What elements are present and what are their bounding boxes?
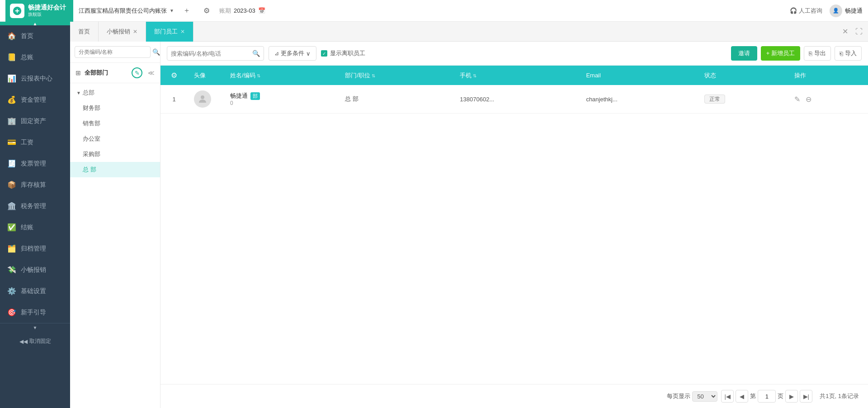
sidebar-item-inventory[interactable]: 📦 库存核算	[0, 174, 70, 195]
user-name: 畅捷通	[845, 7, 863, 15]
funds-icon: 💰	[7, 95, 16, 104]
user-info[interactable]: 👤 畅捷通	[830, 5, 863, 17]
sidebar-item-assets[interactable]: 🏢 固定资产	[0, 110, 70, 132]
account-period-label: 账期	[219, 7, 231, 15]
close-tab-icon[interactable]: ✕	[840, 25, 850, 38]
logo-icon	[10, 4, 24, 18]
sidebar-item-closing[interactable]: ✅ 结账	[0, 217, 70, 238]
row-email-cell: chanjethkj...	[580, 85, 698, 114]
import-icon: ⎗	[840, 50, 843, 57]
sidebar-item-invoice[interactable]: 🧾 发票管理	[0, 153, 70, 174]
row-name-cell: 畅捷通 部 0	[224, 85, 339, 114]
tab-expense-close-icon[interactable]: ✕	[133, 28, 137, 35]
help-button[interactable]: 🎧 人工咨询	[790, 7, 822, 15]
more-filter-button[interactable]: ⊿ 更多条件 ∨	[269, 46, 316, 61]
table-settings-icon[interactable]: ⚙	[171, 71, 177, 79]
dept-item-general[interactable]: 总 部	[70, 162, 160, 177]
top-right: 🎧 人工咨询 👤 畅捷通	[790, 5, 863, 17]
sidebar-item-ledger[interactable]: 📒 总账	[0, 47, 70, 68]
row-avatar-cell	[188, 85, 224, 114]
sidebar-scroll-up[interactable]: ▲	[0, 22, 70, 25]
dept-search-icon[interactable]: 🔍	[152, 48, 160, 56]
sidebar-item-label: 税务管理	[21, 202, 46, 210]
sidebar-item-salary[interactable]: 💳 工资	[0, 132, 70, 153]
name-code-block: 畅捷通 部 0	[230, 92, 260, 106]
action-buttons: ✎ ⊖	[794, 95, 862, 104]
sidebar-item-funds[interactable]: 💰 资金管理	[0, 89, 70, 110]
page-number-input[interactable]	[758, 390, 776, 403]
employee-search-icon[interactable]: 🔍	[249, 50, 264, 57]
page-nav: |◀ ◀ 第 页 ▶ ▶|	[721, 390, 812, 403]
per-page-select[interactable]: 50 20 100	[692, 391, 717, 402]
sidebar-item-label: 库存核算	[21, 181, 46, 189]
check-icon: ✓	[322, 51, 326, 56]
sidebar-item-label: 云报表中心	[21, 75, 52, 83]
sort-dept-icon[interactable]: ⇅	[372, 73, 375, 78]
help-label: 人工咨询	[799, 7, 822, 15]
dept-edit-button[interactable]: ✎	[132, 67, 142, 78]
add-company-button[interactable]: ＋	[179, 4, 194, 18]
sidebar-item-label: 发票管理	[21, 160, 46, 168]
inventory-icon: 📦	[7, 180, 16, 189]
sidebar-item-settings[interactable]: ⚙️ 基础设置	[0, 280, 70, 302]
dept-item-purchase[interactable]: 采购部	[70, 147, 160, 162]
last-page-button[interactable]: ▶|	[800, 390, 812, 403]
dept-item-office[interactable]: 办公室	[70, 131, 160, 147]
expand-arrow-icon: ▼	[76, 90, 81, 95]
sidebar-item-archive[interactable]: 🗂️ 归档管理	[0, 238, 70, 259]
logout-icon[interactable]: ⊖	[806, 95, 811, 104]
import-button[interactable]: ⎗ 导入	[835, 46, 862, 61]
all-dept-label: 全部部门	[85, 69, 108, 77]
scroll-down-icon[interactable]: ▼	[33, 325, 38, 330]
tab-employees-label: 部门员工	[154, 28, 178, 36]
employee-email: chanjethkj...	[586, 96, 617, 103]
sidebar-item-guide[interactable]: 🎯 新手引导	[0, 302, 70, 323]
employee-avatar	[194, 90, 211, 108]
sidebar-item-label: 工资	[21, 138, 33, 147]
settings-icon[interactable]: ⚙	[199, 4, 214, 18]
expense-icon: 💸	[7, 266, 16, 274]
invite-button[interactable]: 邀请	[731, 46, 757, 61]
dept-item-sales[interactable]: 销售部	[70, 116, 160, 131]
tab-expense-label: 小畅报销	[107, 28, 130, 36]
show-resigned-checkbox-label[interactable]: ✓ 显示离职员工	[321, 49, 365, 57]
ledger-icon: 📒	[7, 53, 16, 62]
sort-name-icon[interactable]: ⇅	[257, 73, 260, 78]
sidebar-item-reports[interactable]: 📊 云报表中心	[0, 68, 70, 89]
tab-expense[interactable]: 小畅报销 ✕	[99, 22, 146, 42]
employee-search-input[interactable]	[167, 50, 249, 57]
name-row: 畅捷通 部	[230, 92, 260, 100]
sidebar-item-tax[interactable]: 🏛️ 税务管理	[0, 195, 70, 217]
sort-phone-icon[interactable]: ⇅	[473, 73, 476, 78]
dept-tree: ▼ 总部 财务部 销售部 办公室 采购部 总 部	[70, 83, 160, 179]
tab-employees-close-icon[interactable]: ✕	[180, 28, 185, 35]
next-page-button[interactable]: ▶	[785, 390, 798, 403]
employee-code: 0	[230, 100, 260, 106]
maximize-icon[interactable]: ⛶	[854, 26, 864, 38]
add-employee-button[interactable]: + 新增员工	[761, 46, 800, 61]
company-selector[interactable]: 江西服宝精品有限责任公司内账张 ▼	[79, 7, 174, 15]
show-resigned-checkbox[interactable]: ✓	[321, 50, 327, 57]
prev-page-button[interactable]: ◀	[736, 390, 748, 403]
cancel-fixed-button[interactable]: ◀◀ 取消固定	[0, 332, 70, 351]
first-page-button[interactable]: |◀	[721, 390, 734, 403]
sidebar-item-home[interactable]: 🏠 首页	[0, 25, 70, 47]
sidebar-item-expense[interactable]: 💸 小畅报销	[0, 259, 70, 280]
export-button[interactable]: ⎘ 导出	[804, 46, 831, 61]
user-avatar: 👤	[830, 5, 842, 17]
page-label: 页	[778, 392, 783, 400]
sidebar-item-label: 总账	[21, 53, 33, 62]
dept-search-input[interactable]	[75, 46, 151, 58]
employee-name: 畅捷通	[230, 92, 248, 100]
dept-item-finance[interactable]: 财务部	[70, 100, 160, 116]
calendar-icon[interactable]: 📅	[258, 7, 265, 14]
closing-icon: ✅	[7, 223, 16, 232]
dept-group-total: ▼ 总部	[70, 85, 160, 100]
dept-collapse-icon[interactable]: ≪	[148, 69, 155, 76]
tab-home[interactable]: 首页	[70, 22, 99, 42]
table-row: 1	[160, 85, 868, 114]
tab-employees[interactable]: 部门员工 ✕	[146, 22, 193, 42]
pagination: 每页显示 50 20 100 |◀ ◀ 第 页 ▶	[160, 384, 868, 408]
sidebar-item-label: 新手引导	[21, 308, 46, 317]
edit-icon[interactable]: ✎	[794, 95, 800, 104]
